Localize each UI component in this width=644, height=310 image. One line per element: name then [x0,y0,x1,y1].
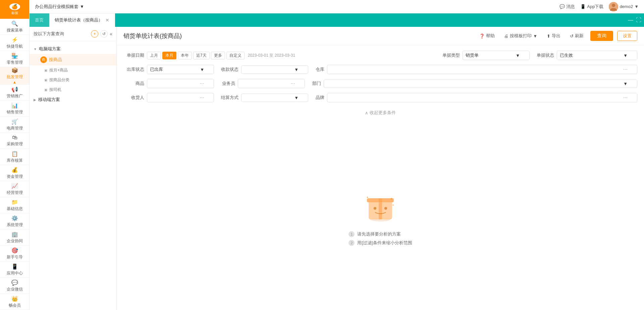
query-btn[interactable]: 查询 [590,31,613,41]
product-more-btn[interactable]: ··· [200,81,204,87]
tab-maximize-btn[interactable]: ⛶ [636,17,641,23]
app-download-action[interactable]: 📱 App下载 [580,4,603,10]
settings-btn[interactable]: 设置 [617,31,637,41]
date-this-month-btn[interactable]: 本月 [162,52,176,59]
sidebar-item-wechat[interactable]: 💬 企业微信 [0,278,29,294]
settlement-dropdown-arrow: ▼ [294,95,299,100]
tree-group-pc[interactable]: ▼ 电脑端方案 [30,44,116,54]
filter-row-1: 单据日期 上月 本月 本年 近7天 更多 自定义 2023-03-01 至 20… [123,51,637,60]
sidebar-item-quick[interactable]: ⚡ 快捷导航 [0,35,29,51]
app-download-label: App下载 [587,4,603,10]
date-custom-btn[interactable]: 自定义 [226,52,245,59]
left-panel-header: 按以下方案查询 + ↺ « [30,27,116,41]
page-header: 销货单统计表(按商品) ❓ 帮助 🖨 按模板打印 ▼ ⬆ 导出 [117,27,644,45]
settlement-label: 结算方式 [219,95,241,101]
export-label: 导出 [552,33,560,39]
retail-icon: 🏪 [11,53,18,59]
sidebar-item-guide[interactable]: 🎯 新手引导 [0,246,29,262]
by-product-label: 按商品 [49,57,62,63]
sidebar-item-member[interactable]: 👑 畅会员 [0,294,29,310]
print-icon: 🖨 [504,34,508,39]
help-icon: ❓ [479,34,485,39]
date-filter-control: 上月 本月 本年 近7天 更多 自定义 2023-03-01 至 2023-03… [147,52,435,59]
doc-status-select[interactable]: 已生效 ▼ [557,51,637,60]
date-last-month-btn[interactable]: 上月 [147,52,161,59]
warehouse-status-value: 已出库 [150,66,163,72]
sidebar-item-system[interactable]: ⚙️ 系统管理 [0,213,29,229]
brand-label: 品牌 [314,95,327,101]
department-input[interactable]: ▼ [324,80,637,88]
sidebar-item-purchase[interactable]: 🛍 采购管理 [0,133,29,149]
tree-sub-by-printer[interactable]: ▣ 按司机 [30,85,116,95]
sidebar-item-operations[interactable]: 📈 经营管理 [0,181,29,197]
tree-item-by-product[interactable]: 商 按商品 [30,54,116,65]
payment-status-select[interactable]: ▼ [241,65,308,74]
sidebar-item-basic[interactable]: 📁 基础信息 [0,197,29,213]
doc-type-select[interactable]: 销货单 ▼ [463,51,530,60]
sidebar-item-ecommerce[interactable]: 🛒 电商管理 [0,117,29,133]
date-more-btn[interactable]: 更多 [211,52,225,59]
settlement-input[interactable]: ▼ [241,94,308,102]
product-input[interactable]: ··· [147,79,214,88]
right-panel: 销货单统计表(按商品) ❓ 帮助 🖨 按模板打印 ▼ ⬆ 导出 [117,27,644,310]
content-wrapper: 按以下方案查询 + ↺ « ▼ 电脑端方案 商 按商品 [30,27,644,310]
sidebar-item-retail[interactable]: 🏪 零售管理 [0,51,29,67]
logo-text: 标服 [11,11,18,15]
industry-dropdown-arrow: ▼ [80,4,84,9]
empty-text: 1 请先选择要分析的方案 2 用[过滤]条件来缩小分析范围 [348,231,412,246]
tree-sub-by-month-product[interactable]: ▣ 按月+商品 [30,65,116,75]
tree-group-mobile[interactable]: ▶ 移动端方案 [30,95,116,105]
export-btn[interactable]: ⬆ 导出 [544,32,563,40]
ecommerce-icon: 🛒 [11,118,18,125]
message-action[interactable]: 💬 消息 [559,4,575,10]
warehouse-more-btn[interactable]: ··· [623,66,628,72]
user-action[interactable]: demo2 ▼ [609,2,639,11]
doc-type-label: 单据类型 [441,52,463,58]
tab-home[interactable]: 首页 [30,13,49,27]
salesman-input[interactable]: ··· [238,79,305,88]
refresh-btn[interactable]: ↺ 刷新 [567,32,586,40]
sidebar-item-finance[interactable]: 💰 资金管理 [0,165,29,181]
sidebar-item-marketing[interactable]: 📢 营销推广 [0,85,29,101]
left-panel-actions: + ↺ « [91,30,112,38]
tab-minimize-btn[interactable]: — [628,17,633,23]
collapse-panel-btn[interactable]: « [110,31,112,37]
logo-icon: 🍊 [9,3,20,10]
collapse-up-icon: ∧ [365,110,368,115]
print-btn[interactable]: 🖨 按模板打印 ▼ [501,32,540,40]
tree-sub-by-category[interactable]: ▣ 按商品分类 [30,75,116,85]
industry-selector[interactable]: 办公用品行业模拟账套 ▼ [35,4,84,10]
tab-report[interactable]: 销货单统计表（按商品） ✕ [49,13,115,27]
left-panel-title: 按以下方案查询 [34,31,64,37]
basic-icon: 📁 [11,199,18,205]
date-this-year-btn[interactable]: 本年 [178,52,192,59]
collapse-more-btn[interactable]: ∧ 收起更多条件 [123,107,637,120]
empty-hint-2: 2 用[过滤]条件来缩小分析范围 [348,240,412,246]
sidebar-item-apps[interactable]: 📱 应用中心 [0,262,29,278]
date-7days-btn[interactable]: 近7天 [193,52,210,59]
sidebar-item-search[interactable]: 🔍 搜索菜单 [0,19,29,35]
add-scheme-btn[interactable]: + [91,30,98,38]
brand-more-btn[interactable]: ··· [623,95,628,101]
logo-area: 🍊 标服 [0,0,29,19]
help-btn[interactable]: ❓ 帮助 [477,32,497,40]
svg-text:✦: ✦ [390,197,393,201]
sidebar-item-wholesale[interactable]: 📦 批发管理 ▲ [0,67,29,85]
wholesale-icon: 📦 [11,67,18,73]
product-label: 商品 [123,81,147,87]
receiver-more-btn[interactable]: ··· [200,95,204,101]
sidebar-item-inventory[interactable]: 📋 库存核算 [0,149,29,165]
refresh-scheme-btn[interactable]: ↺ [100,30,108,38]
doc-status-dropdown-arrow: ▼ [623,53,628,58]
warehouse-status-select[interactable]: 已出库 ▼ [147,65,214,74]
warehouse-input[interactable]: ··· [327,65,637,74]
salesman-more-btn[interactable]: ··· [291,81,295,87]
brand-input[interactable]: ··· [327,93,637,102]
receiver-input[interactable]: ··· [147,93,214,102]
sidebar-item-enterprise[interactable]: 🏢 企业协同 [0,229,29,246]
mobile-group-arrow: ▶ [34,98,36,102]
top-header: 办公用品行业模拟账套 ▼ 💬 消息 📱 App下载 [30,0,644,13]
sidebar-item-sales[interactable]: 📊 销售管理 [0,101,29,117]
sales-icon: 📊 [11,102,18,109]
tab-close-btn[interactable]: ✕ [105,17,109,23]
